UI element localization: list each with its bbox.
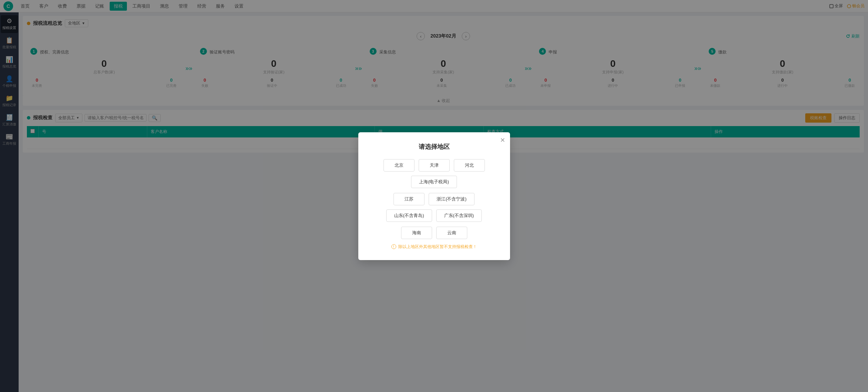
modal-warning: ! 除以上地区外其他地区暂不支持报税检查！ [372, 244, 496, 250]
region-btn-zhejiang[interactable]: 浙江(不含宁波) [429, 193, 475, 205]
region-btn-guangdong[interactable]: 广东(不含深圳) [436, 209, 482, 222]
modal-close-btn[interactable]: ✕ [500, 136, 505, 144]
modal-title: 请选择地区 [372, 143, 496, 151]
modal-region-row1: 北京 天津 河北 上海(电子税局) [372, 159, 496, 188]
region-btn-hebei[interactable]: 河北 [454, 159, 485, 172]
region-btn-yunnan[interactable]: 云南 [436, 227, 467, 239]
modal-overlay: ✕ 请选择地区 北京 天津 河北 上海(电子税局) 江苏 浙江(不含宁波) 山东… [0, 0, 868, 392]
modal-region-row3: 海南 云南 [372, 227, 496, 239]
warning-icon: ! [391, 244, 396, 249]
region-btn-tianjin[interactable]: 天津 [419, 159, 450, 172]
modal-region-row2: 江苏 浙江(不含宁波) 山东(不含青岛) 广东(不含深圳) [372, 193, 496, 222]
region-btn-hainan[interactable]: 海南 [401, 227, 432, 239]
region-btn-shanghai[interactable]: 上海(电子税局) [411, 176, 457, 188]
modal-warning-text: 除以上地区外其他地区暂不支持报税检查！ [398, 244, 477, 250]
region-btn-beijing[interactable]: 北京 [383, 159, 415, 172]
region-btn-jiangsu[interactable]: 江苏 [393, 193, 425, 205]
region-btn-shandong[interactable]: 山东(不含青岛) [386, 209, 432, 222]
region-modal: ✕ 请选择地区 北京 天津 河北 上海(电子税局) 江苏 浙江(不含宁波) 山东… [358, 132, 510, 260]
